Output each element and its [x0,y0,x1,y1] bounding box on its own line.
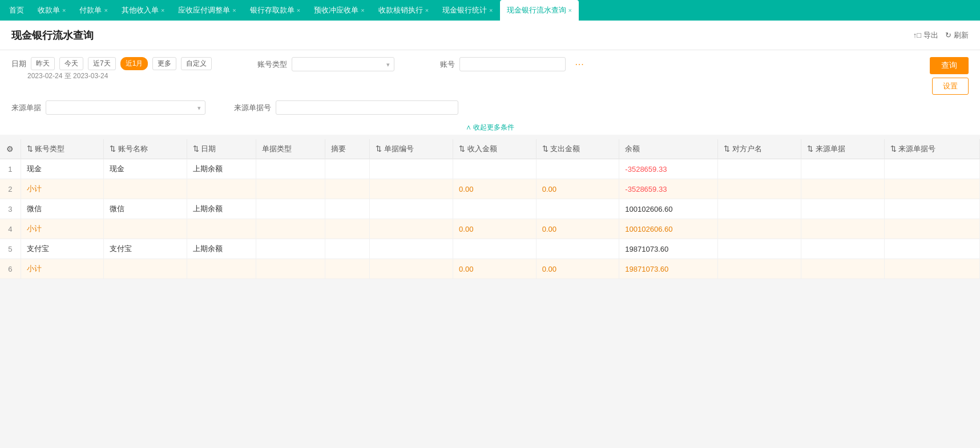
nav-item-bank[interactable]: 银行存取款单 × [243,0,307,21]
col-balance: 余额 [619,139,718,159]
account-type-group: 账号类型 [257,57,394,71]
date-options: 昨天 今天 近7天 近1月 更多 自定义 [31,57,212,70]
close-icon[interactable]: × [104,7,107,14]
col-source-doc: ⇅ 来源单据 [801,139,885,159]
nav-item-verify[interactable]: 收款核销执行 × [372,0,435,21]
data-table: ⚙ ⇅ 账号类型 ⇅ 账号名称 ⇅ 日期 单据类型 摘要 ⇅ 单据编号 ⇅ 收入… [0,139,980,279]
account-type-label: 账号类型 [257,59,287,70]
header-actions: ↑□ 导出 ↻ 刷新 [913,30,969,41]
close-icon[interactable]: × [568,7,572,14]
export-button[interactable]: ↑□ 导出 [913,30,938,41]
account-label: 账号 [440,59,455,70]
settings-button[interactable]: 设置 [932,78,969,95]
col-source-doc-num: ⇅ 来源单据号 [884,139,979,159]
account-group: 账号 ··· [440,57,584,71]
query-actions: 查询 设置 [930,57,969,95]
nav-item-adjustment[interactable]: 应收应付调整单 × [171,0,243,21]
source-doc-num-label: 来源单据号 [234,103,271,113]
close-icon[interactable]: × [489,7,493,14]
source-doc-select[interactable] [46,100,205,115]
refresh-button[interactable]: ↻ 刷新 [945,30,969,41]
source-doc-label: 来源单据 [11,103,41,113]
export-icon: ↑□ [913,31,921,39]
gear-icon[interactable]: ⚙ [6,144,14,154]
date-btn-7days[interactable]: 近7天 [88,57,116,70]
top-nav: 首页 收款单 × 付款单 × 其他收入单 × 应收应付调整单 × 银行存取款单 … [0,0,980,21]
account-ellipsis[interactable]: ··· [575,59,584,70]
account-type-select[interactable] [292,57,394,71]
close-icon[interactable]: × [425,7,429,14]
date-btn-yesterday[interactable]: 昨天 [31,57,55,70]
nav-item-flow[interactable]: 现金银行流水查询 × [500,0,579,21]
close-icon[interactable]: × [62,7,66,14]
source-doc-num-input[interactable] [276,100,458,115]
date-btn-1month[interactable]: 近1月 [120,57,148,70]
refresh-icon: ↻ [945,31,951,39]
query-button[interactable]: 查询 [930,57,969,74]
filter-section: 日期 昨天 今天 近7天 近1月 更多 自定义 2023-02-24 至 202… [0,50,980,135]
nav-item-receipt[interactable]: 收款单 × [31,0,72,21]
close-icon[interactable]: × [361,7,364,14]
date-filter-group: 日期 昨天 今天 近7天 近1月 更多 自定义 2023-02-24 至 202… [11,57,212,81]
col-expense: ⇅ 支出金额 [536,139,619,159]
table-row: 2小计0.000.00-3528659.33 [0,179,980,199]
table-row: 6小计0.000.0019871073.60 [0,259,980,279]
nav-item-prepay[interactable]: 预收冲应收单 × [307,0,371,21]
nav-item-payment[interactable]: 付款单 × [72,0,114,21]
date-btn-today[interactable]: 今天 [59,57,83,70]
date-range: 2023-02-24 至 2023-03-24 [27,71,212,81]
date-btn-more[interactable]: 更多 [152,57,176,70]
table-container: ⚙ ⇅ 账号类型 ⇅ 账号名称 ⇅ 日期 单据类型 摘要 ⇅ 单据编号 ⇅ 收入… [0,139,980,279]
col-doc-num: ⇅ 单据编号 [370,139,453,159]
table-row: 1现金现金上期余额-3528659.33 [0,159,980,179]
source-doc-group: 来源单据 [11,100,205,115]
nav-item-other-income[interactable]: 其他收入单 × [115,0,171,21]
source-doc-num-group: 来源单据号 [234,100,458,115]
close-icon[interactable]: × [232,7,236,14]
col-counterparty: ⇅ 对方户名 [718,139,801,159]
col-acct-name: ⇅ 账号名称 [104,139,187,159]
nav-item-stats[interactable]: 现金银行统计 × [435,0,499,21]
col-summary: 摘要 [325,139,370,159]
col-doc-type: 单据类型 [256,139,325,159]
col-date: ⇅ 日期 [187,139,256,159]
page-header: 现金银行流水查询 ↑□ 导出 ↻ 刷新 [0,21,980,50]
close-icon[interactable]: × [297,7,300,14]
col-income: ⇅ 收入金额 [453,139,537,159]
collapse-bar[interactable]: ∧ 收起更多条件 [0,120,980,135]
account-input[interactable] [459,57,566,71]
page-title: 现金银行流水查询 [11,29,94,42]
chevron-up-icon: ∧ [466,123,473,131]
table-row: 3微信微信上期余额100102606.60 [0,199,980,219]
date-btn-custom[interactable]: 自定义 [181,57,212,70]
col-acct-type: ⇅ 账号类型 [21,139,104,159]
table-row: 5支付宝支付宝上期余额19871073.60 [0,239,980,259]
table-row: 4小计0.000.00100102606.60 [0,219,980,239]
close-icon[interactable]: × [161,7,164,14]
nav-item-home[interactable]: 首页 [2,0,31,21]
date-label: 日期 [11,59,26,69]
col-settings[interactable]: ⚙ [0,139,21,159]
